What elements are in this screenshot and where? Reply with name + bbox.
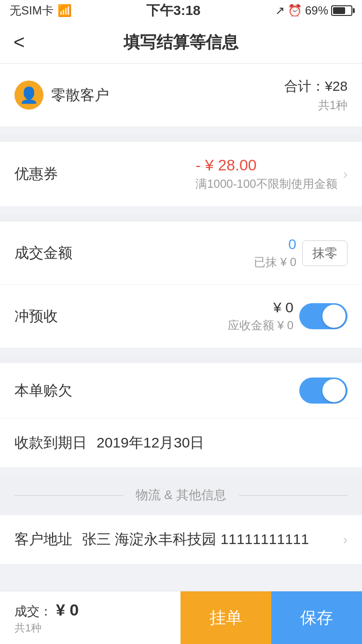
back-button[interactable]: <: [14, 31, 25, 53]
total-count: 共1种: [284, 98, 348, 113]
bottom-info: 成交： ¥ 0 共1种: [0, 601, 181, 635]
separator-3: [0, 355, 362, 363]
transaction-label: 成交金额: [14, 243, 72, 263]
customer-name: 零散客户: [51, 85, 109, 105]
customer-left: 👤 零散客户: [14, 81, 109, 110]
debit-right: [299, 378, 348, 404]
toggle-knob: [322, 305, 346, 328]
address-value: 张三 海淀永丰科技园 11111111111: [82, 530, 309, 549]
transaction-row: 成交金额 0 已抹 ¥ 0 抹零: [0, 222, 362, 284]
bottom-bar: 成交： ¥ 0 共1种 挂单 保存: [0, 591, 362, 644]
debit-toggle[interactable]: [299, 378, 348, 404]
logistics-divider: 物流 & 其他信息: [0, 475, 362, 515]
debit-label: 本单赊欠: [14, 381, 72, 401]
customer-right: 合计：¥28 共1种: [284, 77, 348, 113]
address-section: 客户地址 张三 海淀永丰科技园 11111111111 ›: [0, 515, 362, 564]
logistics-label: 物流 & 其他信息: [136, 488, 226, 502]
prepayment-label: 冲预收: [14, 307, 58, 326]
status-right: ↗ ⏰ 69%: [275, 4, 352, 17]
save-button[interactable]: 保存: [271, 591, 362, 644]
round-zero-button[interactable]: 抹零: [302, 240, 348, 266]
bottom-total-label: 成交：: [14, 603, 52, 620]
coupon-label: 优惠券: [14, 164, 58, 184]
due-date-row: 收款到期日 2019年12月30日: [0, 418, 362, 467]
transaction-section: 成交金额 0 已抹 ¥ 0 抹零 冲预收 ¥ 0 应收金额 ¥ 0: [0, 222, 362, 348]
transaction-sub: 已抹 ¥ 0: [254, 254, 296, 270]
avatar: 👤: [14, 81, 43, 110]
nav-bar: < 填写结算等信息: [0, 21, 362, 64]
avatar-icon: 👤: [19, 86, 39, 104]
separator-2: [0, 214, 362, 222]
debit-section: 本单赊欠 收款到期日 2019年12月30日: [0, 363, 362, 467]
prepayment-toggle[interactable]: [299, 303, 348, 329]
status-bar: 无SIM卡 📶 下午3:18 ↗ ⏰ 69%: [0, 0, 362, 21]
wifi-icon: 📶: [57, 4, 72, 17]
content-area: 👤 零散客户 合计：¥28 共1种 优惠券 - ¥ 28.00 满1000-10…: [0, 64, 362, 630]
battery-fill: [333, 7, 345, 14]
location-icon: ↗: [275, 4, 285, 17]
separator-1: [0, 134, 362, 142]
address-left: 客户地址 张三 海淀永丰科技园 11111111111: [14, 530, 309, 549]
debit-toggle-knob: [322, 379, 346, 402]
due-date-value[interactable]: 2019年12月30日: [97, 433, 204, 453]
battery-icon: [331, 5, 352, 16]
address-label: 客户地址: [14, 530, 72, 549]
alarm-icon: ⏰: [288, 4, 302, 17]
carrier-label: 无SIM卡: [10, 3, 54, 18]
suspend-label: 挂单: [209, 607, 242, 629]
battery-percent: 69%: [305, 4, 328, 17]
coupon-row[interactable]: 优惠券 - ¥ 28.00 满1000-100不限制使用金额 ›: [0, 142, 362, 206]
bottom-count: 共1种: [14, 621, 166, 635]
coupon-section: 优惠券 - ¥ 28.00 满1000-100不限制使用金额 ›: [0, 142, 362, 206]
coupon-sub: 满1000-100不限制使用金额: [195, 176, 337, 192]
bottom-amount: ¥ 0: [56, 601, 79, 619]
page-title: 填写结算等信息: [124, 31, 238, 54]
due-date-label: 收款到期日: [14, 433, 87, 453]
prepayment-row: 冲预收 ¥ 0 应收金额 ¥ 0: [0, 284, 362, 348]
status-left: 无SIM卡 📶: [10, 3, 72, 18]
total-label: 合计：¥28: [284, 77, 348, 96]
prepayment-sub: 应收金额 ¥ 0: [228, 318, 293, 333]
customer-section: 👤 零散客户 合计：¥28 共1种: [0, 64, 362, 126]
save-label: 保存: [300, 607, 333, 629]
prepayment-right: ¥ 0 应收金额 ¥ 0: [228, 299, 348, 333]
address-row[interactable]: 客户地址 张三 海淀永丰科技园 11111111111 ›: [0, 515, 362, 564]
coupon-right: - ¥ 28.00 满1000-100不限制使用金额 ›: [195, 156, 348, 192]
address-chevron-icon: ›: [343, 532, 348, 547]
prepayment-value: ¥ 0: [228, 299, 293, 316]
chevron-right-icon: ›: [343, 167, 348, 182]
debit-row: 本单赊欠: [0, 363, 362, 418]
suspend-button[interactable]: 挂单: [181, 591, 271, 644]
coupon-discount: - ¥ 28.00: [195, 156, 337, 174]
time-display: 下午3:18: [146, 1, 200, 20]
customer-row: 👤 零散客户 合计：¥28 共1种: [0, 64, 362, 126]
transaction-value[interactable]: 0: [254, 236, 296, 252]
transaction-right: 0 已抹 ¥ 0 抹零: [254, 236, 348, 270]
